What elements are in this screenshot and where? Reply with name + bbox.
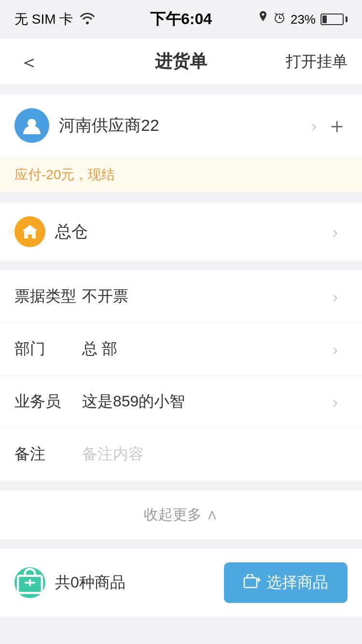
notice-text: 应付-20元，现结 [14,167,115,182]
battery-percentage: 23% [291,12,316,27]
salesman-row[interactable]: 业务员 这是859的小智 › [0,376,362,428]
warehouse-name: 总仓 [55,221,333,243]
section-separator-2 [0,193,362,203]
notice-bar: 应付-20元，现结 [0,157,362,193]
select-goods-label: 选择商品 [266,572,328,593]
status-time: 下午6:04 [150,9,212,30]
house-icon [21,223,39,240]
bottom-section: 共0种商品 选择商品 [0,549,362,616]
wifi-icon [79,11,96,28]
supplier-section: 河南供应商22 › ＋ 应付-20元，现结 [0,95,362,193]
select-goods-icon [243,574,261,591]
department-chevron-icon: › [333,340,338,359]
department-row[interactable]: 部门 总 部 › [0,323,362,376]
goods-count-label: 共0种商品 [55,572,224,593]
invoice-type-label: 票据类型 [14,286,82,307]
carrier-label: 无 SIM 卡 [14,10,73,28]
invoice-type-chevron-icon: › [333,287,338,306]
invoice-type-row[interactable]: 票据类型 不开票 › [0,270,362,323]
select-goods-button[interactable]: 选择商品 [224,562,348,603]
status-bar: 无 SIM 卡 下午6:04 [0,0,362,39]
location-icon [258,11,268,28]
salesman-chevron-icon: › [333,392,338,411]
form-section: 票据类型 不开票 › 部门 总 部 › 业务员 这是859的小智 › 备注 备注… [0,270,362,480]
cart-icon [14,567,45,598]
warehouse-icon [14,216,45,247]
department-label: 部门 [14,338,82,360]
main-content: 河南供应商22 › ＋ 应付-20元，现结 总仓 › 票据类型 不开票 › [0,85,362,644]
collapse-button[interactable]: 收起更多 ∧ [144,506,218,522]
supplier-name: 河南供应商22 [59,114,311,137]
department-value: 总 部 [82,338,333,360]
status-left: 无 SIM 卡 [14,10,96,28]
supplier-chevron-icon: › [311,116,317,135]
salesman-value: 这是859的小智 [82,391,333,412]
page-title: 进货单 [155,50,207,73]
remark-input[interactable]: 备注内容 [82,444,348,465]
battery-icon [320,14,348,25]
collapse-section: 收起更多 ∧ [0,490,362,539]
nav-bar: ＜ 进货单 打开挂单 [0,39,362,85]
svg-line-3 [276,14,277,15]
svg-rect-9 [244,578,257,588]
remark-label: 备注 [14,444,82,465]
remark-row[interactable]: 备注 备注内容 [0,428,362,480]
warehouse-section: 总仓 › [0,203,362,261]
user-icon [21,115,42,136]
status-right: 23% [258,11,348,28]
back-button[interactable]: ＜ [14,47,43,76]
warehouse-chevron-icon: › [333,223,338,241]
goods-icon [14,567,45,598]
section-separator-1 [0,85,362,95]
open-hang-button[interactable]: 打开挂单 [286,51,348,72]
alarm-icon [273,11,286,28]
salesman-label: 业务员 [14,391,82,412]
warehouse-row[interactable]: 总仓 › [0,203,362,261]
supplier-avatar [14,108,49,143]
svg-line-4 [282,14,283,15]
supplier-row[interactable]: 河南供应商22 › ＋ [0,95,362,157]
add-button[interactable]: ＋ [326,115,348,136]
invoice-type-value: 不开票 [82,286,333,307]
